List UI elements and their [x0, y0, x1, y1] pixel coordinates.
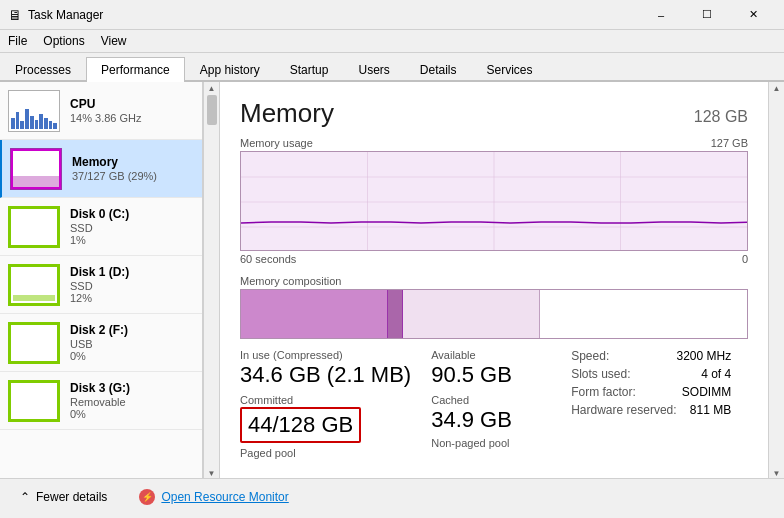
speed-value: 3200 MHz — [676, 349, 731, 363]
tab-services[interactable]: Services — [472, 57, 548, 82]
disk2-info: Disk 2 (F:) USB 0% — [70, 323, 194, 362]
disk2-pct: 0% — [70, 350, 194, 362]
stats-col2: Available 90.5 GB Cached 34.9 GB Non-pag… — [431, 349, 551, 459]
tab-users[interactable]: Users — [343, 57, 404, 82]
stats-section: In use (Compressed) 34.6 GB (2.1 MB) Com… — [240, 349, 748, 459]
content-total: 128 GB — [694, 108, 748, 126]
content-area: Memory 128 GB Memory usage 127 GB — [220, 82, 768, 478]
resource-monitor-icon: ⚡ — [139, 489, 155, 505]
sidebar-item-disk3[interactable]: Disk 3 (G:) Removable 0% — [0, 372, 202, 430]
slots-row: Slots used: 4 of 4 — [571, 367, 731, 381]
memory-label: Memory — [72, 155, 194, 169]
tab-performance[interactable]: Performance — [86, 57, 185, 82]
disk0-info: Disk 0 (C:) SSD 1% — [70, 207, 194, 246]
chart1-label: Memory usage — [240, 137, 313, 149]
minimize-button[interactable]: – — [638, 0, 684, 30]
tab-processes[interactable]: Processes — [0, 57, 86, 82]
slots-label: Slots used: — [571, 367, 630, 381]
disk3-pct: 0% — [70, 408, 194, 420]
title-bar: 🖥 Task Manager – ☐ ✕ — [0, 0, 784, 30]
chart2-labels: Memory composition — [240, 275, 748, 287]
content-container: Memory 128 GB Memory usage 127 GB — [220, 82, 784, 478]
disk3-label: Disk 3 (G:) — [70, 381, 194, 395]
memory-detail: 37/127 GB (29%) — [72, 170, 194, 182]
close-button[interactable]: ✕ — [730, 0, 776, 30]
tab-bar: Processes Performance App history Startu… — [0, 53, 784, 82]
disk0-thumbnail — [8, 206, 60, 248]
reserved-value: 811 MB — [690, 403, 731, 417]
cached-stat: Cached 34.9 GB — [431, 394, 551, 433]
menu-view[interactable]: View — [93, 32, 135, 50]
tab-details[interactable]: Details — [405, 57, 472, 82]
tab-app-history[interactable]: App history — [185, 57, 275, 82]
in-use-stat: In use (Compressed) 34.6 GB (2.1 MB) — [240, 349, 411, 388]
menu-bar: File Options View — [0, 30, 784, 53]
main-area: CPU 14% 3.86 GHz Memory 37/127 GB (29%) — [0, 82, 784, 478]
committed-label: Committed — [240, 394, 411, 406]
chart-svg — [241, 152, 747, 250]
sidebar-item-disk0[interactable]: Disk 0 (C:) SSD 1% — [0, 198, 202, 256]
speed-label: Speed: — [571, 349, 609, 363]
disk3-type: Removable — [70, 396, 194, 408]
form-value: SODIMM — [682, 385, 731, 399]
disk1-label: Disk 1 (D:) — [70, 265, 194, 279]
cpu-info: CPU 14% 3.86 GHz — [70, 97, 194, 124]
disk3-thumbnail — [8, 380, 60, 422]
disk2-label: Disk 2 (F:) — [70, 323, 194, 337]
composition-in-use — [241, 290, 388, 338]
chart1-labels: Memory usage 127 GB — [240, 137, 748, 149]
chart1-time-labels: 60 seconds 0 — [240, 253, 748, 265]
app-icon: 🖥 — [8, 7, 22, 23]
speed-row: Speed: 3200 MHz — [571, 349, 731, 363]
memory-usage-chart — [240, 151, 748, 251]
fewer-details-label: Fewer details — [36, 490, 107, 504]
menu-options[interactable]: Options — [35, 32, 92, 50]
stats-col1: In use (Compressed) 34.6 GB (2.1 MB) Com… — [240, 349, 411, 459]
stats-col3: Speed: 3200 MHz Slots used: 4 of 4 Form … — [571, 349, 731, 459]
memory-composition-section: Memory composition — [240, 275, 748, 339]
memory-info: Memory 37/127 GB (29%) — [72, 155, 194, 182]
sidebar-item-disk1[interactable]: Disk 1 (D:) SSD 12% — [0, 256, 202, 314]
reserved-label: Hardware reserved: — [571, 403, 676, 417]
cpu-mini-chart — [9, 91, 59, 131]
sidebar-item-disk2[interactable]: Disk 2 (F:) USB 0% — [0, 314, 202, 372]
composition-standby — [403, 290, 540, 338]
sidebar-item-cpu[interactable]: CPU 14% 3.86 GHz — [0, 82, 202, 140]
disk1-info: Disk 1 (D:) SSD 12% — [70, 265, 194, 304]
sidebar-scrollbar[interactable]: ▲ ▼ — [203, 82, 219, 478]
disk3-info: Disk 3 (G:) Removable 0% — [70, 381, 194, 420]
disk2-thumbnail — [8, 322, 60, 364]
sidebar-item-memory[interactable]: Memory 37/127 GB (29%) — [0, 140, 202, 198]
maximize-button[interactable]: ☐ — [684, 0, 730, 30]
cached-value: 34.9 GB — [431, 407, 551, 433]
content-header: Memory 128 GB — [240, 98, 748, 129]
committed-box: 44/128 GB — [240, 407, 361, 443]
memory-usage-section: Memory usage 127 GB — [240, 137, 748, 265]
cpu-detail: 14% 3.86 GHz — [70, 112, 194, 124]
in-use-value: 34.6 GB (2.1 MB) — [240, 362, 411, 388]
chart2-label: Memory composition — [240, 275, 341, 287]
paged-pool-label: Paged pool — [240, 447, 411, 459]
disk1-pct: 12% — [70, 292, 194, 304]
window-controls: – ☐ ✕ — [638, 0, 776, 30]
content-scrollbar[interactable]: ▲ ▼ — [768, 82, 784, 478]
composition-modified — [388, 290, 403, 338]
content-title: Memory — [240, 98, 334, 129]
chevron-up-icon: ⌃ — [20, 490, 30, 504]
chart1-max: 127 GB — [711, 137, 748, 149]
chart1-zero: 0 — [742, 253, 748, 265]
tab-startup[interactable]: Startup — [275, 57, 344, 82]
slots-value: 4 of 4 — [701, 367, 731, 381]
disk1-type: SSD — [70, 280, 194, 292]
fewer-details-button[interactable]: ⌃ Fewer details — [12, 486, 115, 508]
disk0-type: SSD — [70, 222, 194, 234]
cpu-label: CPU — [70, 97, 194, 111]
in-use-label: In use (Compressed) — [240, 349, 411, 361]
committed-stat: Committed 44/128 GB — [240, 394, 411, 443]
sidebar-container: CPU 14% 3.86 GHz Memory 37/127 GB (29%) — [0, 82, 220, 478]
memory-thumbnail — [10, 148, 62, 190]
open-resource-monitor-button[interactable]: ⚡ Open Resource Monitor — [131, 485, 296, 509]
sidebar: CPU 14% 3.86 GHz Memory 37/127 GB (29%) — [0, 82, 203, 478]
menu-file[interactable]: File — [0, 32, 35, 50]
chart1-time: 60 seconds — [240, 253, 296, 265]
